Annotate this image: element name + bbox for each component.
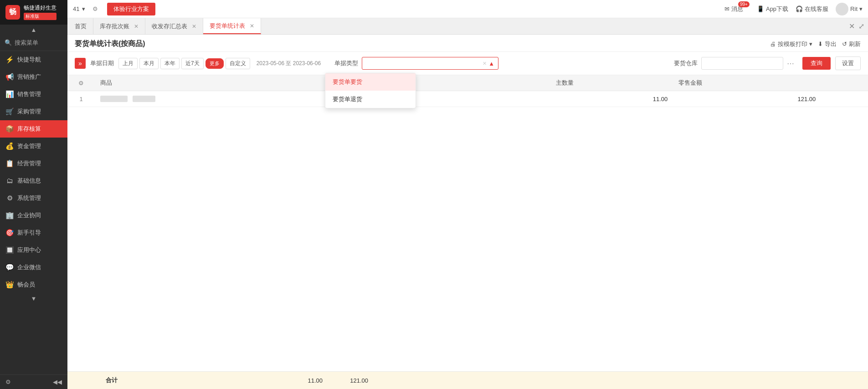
row-extra xyxy=(821,91,868,107)
filter-bar: » 单据日期 上月 本月 本年 近7天 更多 自定义 2023-05-06 至 … xyxy=(67,52,868,75)
tab-home[interactable]: 首页 xyxy=(71,18,93,34)
sidebar-item-inventory[interactable]: 📦 库存核算 xyxy=(0,120,67,138)
sidebar: 畅 畅捷通好生意 标准版 ▲ 🔍 搜索菜单 ⚡ 快捷导航 📢 营销推广 📊 销售… xyxy=(0,0,67,389)
main-area: 41 ▾ ⚙ 体验行业方案 ✉ 消息 99+ 📱 App下载 🎧 在线客服 Ri… xyxy=(67,0,868,389)
sidebar-item-label: 基础信息 xyxy=(17,177,41,185)
user-name: Rit xyxy=(850,5,858,12)
tab-bar: 首页 库存批次账 ✕ 收发存汇总表 ✕ 要货单统计表 ✕ ✕ ⤢ xyxy=(67,18,868,35)
sidebar-item-label: 营销推广 xyxy=(17,73,41,81)
sidebar-item-finance[interactable]: 💰 资金管理 xyxy=(0,138,67,155)
messages-btn[interactable]: ✉ 消息 99+ xyxy=(724,5,743,13)
marketing-icon: 📢 xyxy=(5,73,14,81)
search-icon: 🔍 xyxy=(5,39,12,46)
tab-number-selector[interactable]: 41 ▾ xyxy=(73,5,85,12)
sidebar-settings-icon[interactable]: ⚙ xyxy=(5,379,11,385)
sidebar-item-wechat[interactable]: 💬 企业微信 xyxy=(0,259,67,276)
tab-order-summary[interactable]: 要货单统计表 ✕ xyxy=(203,18,261,34)
app-download-btn[interactable]: 📱 App下载 xyxy=(757,5,788,13)
wechat-icon: 💬 xyxy=(5,263,14,271)
sidebar-scroll-down[interactable]: ▼ xyxy=(0,293,67,304)
page-actions: 🖨 按模板打印 ▾ ⬇ 导出 ↺ 刷新 xyxy=(770,40,861,48)
refresh-btn[interactable]: ↺ 刷新 xyxy=(842,40,861,48)
user-avatar xyxy=(836,3,848,15)
footer-amount: 121.00 xyxy=(328,377,374,384)
tab-batch-account-close[interactable]: ✕ xyxy=(134,23,139,30)
purchase-icon: 🛒 xyxy=(5,107,14,116)
tab-collection-summary-close[interactable]: ✕ xyxy=(192,23,196,30)
col-extra xyxy=(821,75,868,91)
sidebar-item-label: 新手引导 xyxy=(17,229,41,237)
apps-icon: 🔲 xyxy=(5,246,14,254)
sidebar-item-quick-nav[interactable]: ⚡ 快捷导航 xyxy=(0,51,67,68)
filter-type-section: 单据类型 ✕ ▲ xyxy=(334,57,498,70)
user-chevron-icon: ▾ xyxy=(859,5,863,12)
table-header: ⚙ 商品 主计量单位 主数量 零售金额 xyxy=(67,75,868,91)
industry-btn[interactable]: 体验行业方案 xyxy=(107,3,155,15)
top-header-right: ✉ 消息 99+ 📱 App下载 🎧 在线客服 Rit ▾ xyxy=(724,3,863,15)
chevron-down-icon: ▾ xyxy=(82,5,85,12)
tab-collection-summary[interactable]: 收发存汇总表 ✕ xyxy=(145,18,203,34)
sidebar-item-label: 销售管理 xyxy=(17,90,41,98)
page-title: 要货单统计表(按商品) xyxy=(75,39,145,49)
user-profile[interactable]: Rit ▾ xyxy=(836,3,863,15)
date-shortcuts: 上月 本月 本年 近7天 更多 自定义 xyxy=(118,58,250,69)
query-btn[interactable]: 查询 xyxy=(802,57,831,70)
app-download-label: App下载 xyxy=(766,5,788,13)
product-placeholder xyxy=(100,96,128,102)
dropdown-item-return[interactable]: 要货单退货 xyxy=(325,91,416,108)
date-btn-this-year[interactable]: 本年 xyxy=(160,58,180,69)
tab-close-all-icon[interactable]: ✕ xyxy=(849,22,855,31)
date-btn-custom[interactable]: 自定义 xyxy=(226,58,250,69)
topbar-settings-icon[interactable]: ⚙ xyxy=(92,5,98,12)
type-select[interactable]: ✕ ▲ xyxy=(362,57,498,70)
table-body: 1 块 11.00 121.00 xyxy=(67,91,868,107)
sidebar-item-purchase[interactable]: 🛒 采购管理 xyxy=(0,103,67,120)
date-btn-last-7days[interactable]: 近7天 xyxy=(181,58,204,69)
sidebar-item-enterprise[interactable]: 🏢 企业协同 xyxy=(0,207,67,224)
sidebar-item-label: 畅会员 xyxy=(17,281,35,289)
type-chevron-icon[interactable]: ▲ xyxy=(488,60,494,67)
sidebar-item-operations[interactable]: 📋 经营管理 xyxy=(0,155,67,172)
sidebar-scroll-up[interactable]: ▲ xyxy=(0,25,67,35)
sidebar-search[interactable]: 🔍 搜索菜单 xyxy=(0,35,67,51)
export-icon: ⬇ xyxy=(818,41,823,47)
tab-batch-account[interactable]: 库存批次账 ✕ xyxy=(93,18,145,34)
sidebar-item-basic[interactable]: 🗂 基础信息 xyxy=(0,172,67,189)
date-btn-more[interactable]: 更多 xyxy=(205,58,224,69)
table-row: 1 块 11.00 121.00 xyxy=(67,91,868,107)
date-btn-this-month[interactable]: 本月 xyxy=(139,58,159,69)
tab-order-summary-label: 要货单统计表 xyxy=(210,22,245,30)
sidebar-item-apps[interactable]: 🔲 应用中心 xyxy=(0,241,67,259)
tab-collection-summary-label: 收发存汇总表 xyxy=(152,22,187,31)
row-qty: 11.00 xyxy=(550,91,673,107)
online-service-label: 在线客服 xyxy=(805,5,828,13)
export-label: 导出 xyxy=(825,40,837,48)
sidebar-collapse-icon[interactable]: ◀◀ xyxy=(53,379,62,385)
dropdown-item-return-label: 要货单退货 xyxy=(333,96,362,102)
date-range: 2023-05-06 至 2023-06-06 xyxy=(257,60,321,67)
dropdown-item-order-label: 要货单要货 xyxy=(333,78,362,85)
tab-maximize-icon[interactable]: ⤢ xyxy=(858,22,864,31)
online-service-btn[interactable]: 🎧 在线客服 xyxy=(796,5,828,13)
sidebar-item-system[interactable]: ⚙ 系统管理 xyxy=(0,189,67,207)
sidebar-item-vip[interactable]: 👑 畅会员 xyxy=(0,276,67,293)
sidebar-item-marketing[interactable]: 📢 营销推广 xyxy=(0,68,67,86)
print-chevron-icon: ▾ xyxy=(809,41,812,47)
export-btn[interactable]: ⬇ 导出 xyxy=(818,40,837,48)
filter-expand-btn[interactable]: » xyxy=(75,58,86,69)
tab-order-summary-close[interactable]: ✕ xyxy=(250,23,254,29)
warehouse-input[interactable] xyxy=(701,57,783,70)
col-settings[interactable]: ⚙ xyxy=(67,75,95,91)
type-clear-icon[interactable]: ✕ xyxy=(483,61,487,67)
settings-btn[interactable]: 设置 xyxy=(835,56,861,70)
enterprise-icon: 🏢 xyxy=(5,211,14,220)
print-btn[interactable]: 🖨 按模板打印 ▾ xyxy=(770,40,812,48)
date-btn-last-month[interactable]: 上月 xyxy=(118,58,138,69)
col-settings-icon[interactable]: ⚙ xyxy=(78,80,84,87)
filter-more-icon[interactable]: ⋯ xyxy=(787,59,794,68)
guide-icon: 🎯 xyxy=(5,229,14,237)
sidebar-item-guide[interactable]: 🎯 新手引导 xyxy=(0,224,67,241)
sidebar-item-sales[interactable]: 📊 销售管理 xyxy=(0,86,67,103)
dropdown-item-order[interactable]: 要货单要货 xyxy=(325,73,416,91)
footer-total-label: 合计 xyxy=(73,376,173,384)
